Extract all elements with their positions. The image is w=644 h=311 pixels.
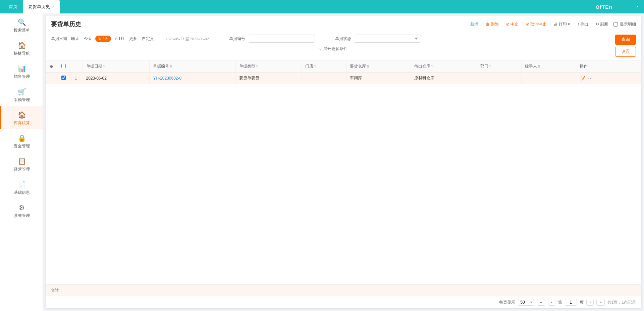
tab-home-label: 首页	[9, 4, 17, 10]
shortcut-custom[interactable]: 自定义	[141, 36, 155, 42]
shortcut-yesterday[interactable]: 昨天	[70, 36, 80, 42]
store-col-header[interactable]: 门店	[302, 60, 346, 73]
row-orderno[interactable]: YH-20230602-0	[150, 73, 236, 84]
order-link[interactable]: YH-20230602-0	[153, 76, 181, 81]
sidebar-label-quicknav: 快捷导航	[14, 51, 30, 56]
show-detail-checkbox[interactable]: 显示明细	[613, 21, 636, 27]
row-pending-warehouse: 原材料仓库	[411, 73, 477, 84]
cancel-label: 取消中止	[530, 21, 546, 27]
delete-icon: 🗑	[486, 22, 490, 27]
more-icon[interactable]: ⋯	[588, 76, 593, 81]
cart-icon: 🛒	[18, 88, 26, 96]
stop-icon: ⊘	[506, 22, 509, 27]
delete-button[interactable]: 🗑 删除	[484, 20, 501, 28]
edit-icon[interactable]: 📝	[580, 76, 585, 81]
query-button[interactable]: 查询	[615, 35, 636, 45]
shortcut-last7days[interactable]: 近7天	[95, 36, 111, 42]
select-all-checkbox[interactable]	[61, 64, 66, 68]
row-num: 1	[69, 73, 83, 84]
refresh-button[interactable]: ↻ 刷新	[594, 20, 610, 28]
export-label: 导出	[580, 21, 588, 27]
total-info: 共1页，1条记录	[607, 300, 636, 305]
sidebar-item-finance[interactable]: 🔒 资金管理	[0, 129, 43, 152]
show-detail-input[interactable]	[613, 22, 618, 27]
main-layout: 🔍 搜索菜单 🏠 快捷导航 📊 销售管理 🛒 采购管理 🏠 库存核算 🔒 资金管…	[0, 13, 644, 311]
sidebar-label-sales: 销售管理	[14, 74, 30, 80]
status-label: 单据状态	[335, 36, 351, 42]
export-button[interactable]: ↑ 导出	[575, 20, 590, 28]
refresh-icon: ↻	[596, 22, 599, 27]
tab-close-icon[interactable]: ×	[52, 4, 54, 9]
sidebar-item-inventory[interactable]: 🏠 库存核算	[0, 106, 43, 129]
settings-button[interactable]: 设置	[615, 47, 636, 57]
window-minimize[interactable]: —	[622, 4, 626, 9]
last-page-btn[interactable]: »	[596, 299, 605, 306]
sidebar-item-search[interactable]: 🔍 搜索菜单	[0, 13, 43, 37]
chevron-down-icon: ∨	[319, 47, 322, 51]
page-input[interactable]	[565, 299, 577, 306]
date-col-header[interactable]: 单据日期	[83, 60, 150, 73]
sidebar-item-system[interactable]: ⚙ 系统管理	[0, 199, 43, 222]
sidebar-item-sales[interactable]: 📊 销售管理	[0, 60, 43, 83]
filter-buttons: 查询 设置	[615, 35, 636, 57]
expand-more-btn[interactable]: ∨ 展开更多条件	[51, 45, 615, 53]
pending-warehouse-col-header[interactable]: 待出仓库	[411, 60, 477, 73]
department-sort[interactable]: 部门	[480, 63, 492, 69]
per-page-select[interactable]: 50 20 100	[518, 299, 534, 306]
orderno-col-header[interactable]: 单据编号	[150, 60, 236, 73]
action-icons: 📝 ⋯	[580, 76, 638, 81]
date-sort[interactable]: 单据日期	[86, 63, 106, 69]
shortcut-last1month[interactable]: 近1月	[113, 36, 126, 42]
shortcut-more[interactable]: 更多	[128, 36, 139, 42]
handler-col-header[interactable]: 经手人	[522, 60, 576, 73]
row-checkbox[interactable]	[61, 76, 66, 80]
department-col-header[interactable]: 部门	[477, 60, 522, 73]
lock-icon: 🔒	[18, 134, 26, 142]
store-sort[interactable]: 门店	[305, 63, 317, 69]
row-checkbox-cell	[58, 73, 69, 84]
handler-sort[interactable]: 经手人	[525, 63, 540, 69]
stop-button[interactable]: ⊘ 中止	[504, 20, 521, 28]
home-icon: 🏠	[18, 41, 26, 49]
stop-label: 中止	[511, 21, 519, 27]
inventory-icon: 🏠	[18, 111, 26, 119]
sidebar-item-basicinfo[interactable]: 📄 基础信息	[0, 176, 43, 199]
page-label: 第	[558, 300, 562, 305]
req-warehouse-sort[interactable]: 要货仓库	[350, 63, 369, 69]
orderno-input[interactable]	[248, 35, 315, 43]
sidebar-item-quicknav[interactable]: 🏠 快捷导航	[0, 37, 43, 60]
sidebar-label-purchase: 采购管理	[14, 97, 30, 103]
new-button[interactable]: + 新增	[465, 20, 480, 28]
total-label: 合计：	[51, 288, 63, 293]
cancel-stop-button[interactable]: ⊘ 取消中止	[524, 20, 548, 28]
filter-row-1: 单据日期 昨天 今天 近7天 近1月 更多 自定义 2023-05-	[51, 35, 615, 43]
status-select[interactable]	[354, 35, 421, 43]
sidebar-label-basicinfo: 基础信息	[14, 190, 30, 195]
delete-label: 删除	[491, 21, 499, 27]
next-page-btn[interactable]: ›	[586, 299, 594, 306]
prev-page-btn[interactable]: ‹	[548, 299, 555, 306]
orderno-sort[interactable]: 单据编号	[153, 63, 172, 69]
tab-home[interactable]: 首页	[3, 0, 23, 13]
window-close[interactable]: ×	[636, 4, 639, 9]
table-row[interactable]: 1 2023-06-02 YH-20230602-0 要货单要货 车间库 原材料…	[46, 73, 641, 84]
sidebar-label-search: 搜索菜单	[14, 28, 30, 33]
row-settings	[46, 73, 58, 84]
req-warehouse-col-header[interactable]: 要货仓库	[346, 60, 411, 73]
checkbox-col-header	[58, 60, 69, 73]
print-button[interactable]: 🖨 打印 ▾	[552, 20, 572, 28]
first-page-btn[interactable]: «	[537, 299, 545, 306]
pending-warehouse-sort[interactable]: 待出仓库	[414, 63, 434, 69]
sidebar-item-operations[interactable]: 📋 经营管理	[0, 152, 43, 176]
type-col-header[interactable]: 单据类型	[236, 60, 302, 73]
content-area: 要货单历史 + 新增 🗑 删除 ⊘ 中止 ⊘ 取消中止 🖨 打印	[46, 16, 641, 308]
window-maximize[interactable]: □	[630, 4, 632, 9]
shortcut-today[interactable]: 今天	[83, 36, 93, 42]
tab-history[interactable]: 要货单历史 ×	[23, 0, 60, 13]
settings-col-header[interactable]: ⚙	[46, 60, 58, 73]
export-icon: ↑	[577, 22, 579, 27]
toolbar: + 新增 🗑 删除 ⊘ 中止 ⊘ 取消中止 🖨 打印 ▾	[465, 20, 636, 28]
settings-col-icon: ⚙	[50, 64, 53, 69]
sidebar-item-purchase[interactable]: 🛒 采购管理	[0, 83, 43, 106]
type-sort[interactable]: 单据类型	[239, 63, 259, 69]
